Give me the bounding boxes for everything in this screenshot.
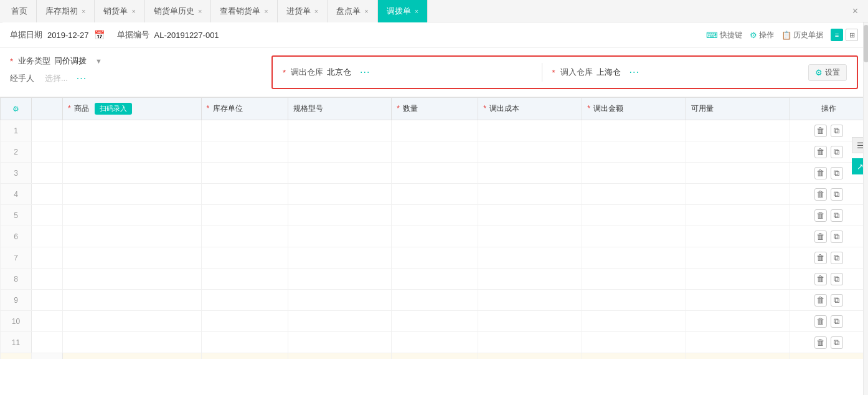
copy-row-icon[interactable]: ⧉ xyxy=(831,294,843,307)
copy-row-icon[interactable]: ⧉ xyxy=(831,167,843,179)
handler-more-btn[interactable]: ··· xyxy=(77,73,87,84)
avail-cell[interactable] xyxy=(686,226,790,247)
spec-cell[interactable] xyxy=(288,269,392,290)
unit-cell[interactable] xyxy=(201,163,288,184)
history-action[interactable]: 📋 历史单据 xyxy=(781,30,823,40)
spec-cell[interactable] xyxy=(288,205,392,226)
unit-cell[interactable] xyxy=(201,332,288,353)
tab-sales-history[interactable]: 销货单历史 × xyxy=(145,0,211,22)
product-cell[interactable] xyxy=(63,120,201,141)
product-cell[interactable] xyxy=(63,163,201,184)
tab-view-sales[interactable]: 查看销货单 × xyxy=(211,0,277,22)
unit-cell[interactable] xyxy=(201,247,288,269)
scrollbar-thumb[interactable] xyxy=(864,25,868,62)
transfer-in-more-btn[interactable]: ··· xyxy=(630,67,639,78)
cost-cell[interactable] xyxy=(478,184,582,205)
delete-row-icon[interactable]: 🗑 xyxy=(814,188,827,201)
cost-cell[interactable] xyxy=(478,226,582,247)
unit-cell[interactable] xyxy=(201,226,288,247)
amount-cell[interactable] xyxy=(582,269,686,290)
amount-cell[interactable] xyxy=(582,290,686,311)
delete-row-icon[interactable]: 🗑 xyxy=(814,231,827,243)
qty-cell[interactable] xyxy=(392,163,478,184)
spec-cell[interactable] xyxy=(288,226,392,247)
business-type-dropdown-icon[interactable]: ▼ xyxy=(95,57,102,65)
copy-row-icon[interactable]: ⧉ xyxy=(831,231,843,243)
copy-row-icon[interactable]: ⧉ xyxy=(831,336,843,349)
settings-gear-icon[interactable]: ⚙ xyxy=(12,105,19,113)
copy-row-icon[interactable]: ⧉ xyxy=(831,146,843,158)
amount-cell[interactable] xyxy=(582,311,686,332)
delete-row-icon[interactable]: 🗑 xyxy=(814,273,827,285)
delete-row-icon[interactable]: 🗑 xyxy=(814,125,827,137)
copy-row-icon[interactable]: ⧉ xyxy=(831,209,843,222)
close-transfer[interactable]: × xyxy=(415,7,418,15)
avail-cell[interactable] xyxy=(686,141,790,163)
cost-cell[interactable] xyxy=(478,163,582,184)
unit-cell[interactable] xyxy=(201,269,288,290)
tab-bar-close-all[interactable]: × xyxy=(845,6,866,17)
cost-cell[interactable] xyxy=(478,332,582,353)
settings-button[interactable]: ⚙ 设置 xyxy=(808,64,847,81)
amount-cell[interactable] xyxy=(582,247,686,269)
operations-action[interactable]: ⚙ 操作 xyxy=(750,30,774,40)
list-view-btn-lines[interactable]: ≡ xyxy=(831,29,843,41)
avail-cell[interactable] xyxy=(686,205,790,226)
unit-cell[interactable] xyxy=(201,311,288,332)
spec-cell[interactable] xyxy=(288,332,392,353)
qty-cell[interactable] xyxy=(392,141,478,163)
avail-cell[interactable] xyxy=(686,269,790,290)
amount-cell[interactable] xyxy=(582,184,686,205)
transfer-out-more-btn[interactable]: ··· xyxy=(360,67,370,78)
spec-cell[interactable] xyxy=(288,311,392,332)
close-inventory-count[interactable]: × xyxy=(364,7,368,15)
qty-cell[interactable] xyxy=(392,120,478,141)
qty-cell[interactable] xyxy=(392,311,478,332)
qty-cell[interactable] xyxy=(392,247,478,269)
calendar-icon[interactable]: 📅 xyxy=(94,30,105,40)
spec-cell[interactable] xyxy=(288,184,392,205)
unit-cell[interactable] xyxy=(201,184,288,205)
close-purchase[interactable]: × xyxy=(314,7,318,15)
shortcut-action[interactable]: ⌨ 快捷键 xyxy=(706,30,742,40)
tab-inventory-count[interactable]: 盘点单 × xyxy=(328,0,377,22)
product-cell[interactable] xyxy=(63,226,201,247)
delete-row-icon[interactable]: 🗑 xyxy=(814,294,827,307)
scan-input-button[interactable]: 扫码录入 xyxy=(95,103,132,115)
amount-cell[interactable] xyxy=(582,163,686,184)
copy-row-icon[interactable]: ⧉ xyxy=(831,273,843,285)
product-cell[interactable] xyxy=(63,247,201,269)
avail-cell[interactable] xyxy=(686,120,790,141)
avail-cell[interactable] xyxy=(686,247,790,269)
cost-cell[interactable] xyxy=(478,269,582,290)
cost-cell[interactable] xyxy=(478,247,582,269)
close-inventory-init[interactable]: × xyxy=(82,7,85,15)
spec-cell[interactable] xyxy=(288,290,392,311)
avail-cell[interactable] xyxy=(686,163,790,184)
copy-row-icon[interactable]: ⧉ xyxy=(831,125,843,137)
delete-row-icon[interactable]: 🗑 xyxy=(814,146,827,158)
amount-cell[interactable] xyxy=(582,332,686,353)
transfer-out-value[interactable]: 北京仓 xyxy=(327,67,351,78)
cost-cell[interactable] xyxy=(478,290,582,311)
cost-cell[interactable] xyxy=(478,205,582,226)
product-cell[interactable] xyxy=(63,269,201,290)
amount-cell[interactable] xyxy=(582,226,686,247)
copy-row-icon[interactable]: ⧉ xyxy=(831,252,843,264)
close-sales-order[interactable]: × xyxy=(131,7,135,15)
avail-cell[interactable] xyxy=(686,184,790,205)
close-view-sales[interactable]: × xyxy=(264,7,268,15)
tab-home[interactable]: 首页 xyxy=(2,0,37,22)
tab-inventory-init[interactable]: 库存期初 × xyxy=(37,0,95,22)
qty-cell[interactable] xyxy=(392,332,478,353)
amount-cell[interactable] xyxy=(582,205,686,226)
qty-cell[interactable] xyxy=(392,269,478,290)
close-sales-history[interactable]: × xyxy=(198,7,202,15)
handler-input[interactable]: 选择... xyxy=(45,73,68,84)
delete-row-icon[interactable]: 🗑 xyxy=(814,209,827,222)
unit-cell[interactable] xyxy=(201,205,288,226)
tab-sales-order[interactable]: 销货单 × xyxy=(95,0,144,22)
delete-row-icon[interactable]: 🗑 xyxy=(814,252,827,264)
tab-transfer[interactable]: 调拨单 × xyxy=(378,0,428,22)
cost-cell[interactable] xyxy=(478,141,582,163)
